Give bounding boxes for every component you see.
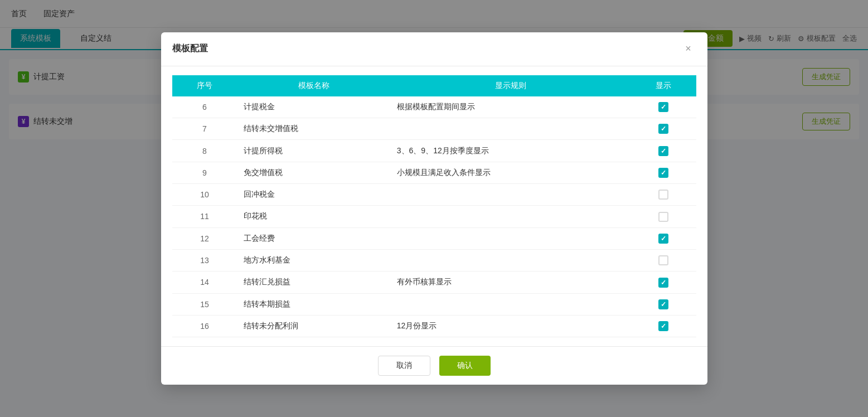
table-row: 16结转未分配利润12月份显示: [172, 315, 696, 337]
col-name: 模板名称: [237, 75, 390, 96]
cell-name: 免交增值税: [237, 162, 390, 183]
row-checkbox-7[interactable]: [658, 124, 668, 134]
close-modal-button[interactable]: ×: [681, 41, 696, 57]
col-seq: 序号: [172, 75, 237, 96]
row-checkbox-15[interactable]: [658, 299, 668, 309]
cell-checkbox: [631, 96, 696, 118]
cell-seq: 7: [172, 118, 237, 140]
cell-checkbox: [631, 162, 696, 183]
cell-rule: [390, 118, 631, 140]
col-display: 显示: [631, 75, 696, 96]
modal-title: 模板配置: [172, 43, 208, 55]
cell-rule: 12月份显示: [390, 315, 631, 337]
cell-rule: [390, 184, 631, 206]
cell-checkbox: [631, 206, 696, 227]
cell-rule: 根据模板配置期间显示: [390, 96, 631, 118]
table-header: 序号 模板名称 显示规则 显示: [172, 75, 696, 96]
table-row: 9免交增值税小规模且满足收入条件显示: [172, 162, 696, 183]
cell-seq: 15: [172, 293, 237, 315]
table-row: 13地方水利基金: [172, 249, 696, 271]
cell-name: 印花税: [237, 206, 390, 227]
cell-checkbox: [631, 227, 696, 249]
table-row: 7结转未交增值税: [172, 118, 696, 140]
confirm-button[interactable]: 确认: [439, 356, 491, 376]
row-checkbox-13[interactable]: [658, 255, 668, 265]
row-checkbox-11[interactable]: [658, 212, 668, 222]
cell-checkbox: [631, 293, 696, 315]
row-checkbox-12[interactable]: [658, 234, 668, 244]
cell-name: 计提税金: [237, 96, 390, 118]
template-config-modal: 模板配置 × 序号 模板名称 显示规则 显示 6计提税金根据模板配置期间显示7结…: [161, 32, 707, 385]
cell-checkbox: [631, 315, 696, 337]
cell-seq: 16: [172, 315, 237, 337]
cell-seq: 8: [172, 140, 237, 162]
cell-checkbox: [631, 118, 696, 140]
cell-name: 结转未交增值税: [237, 118, 390, 140]
table-row: 8计提所得税3、6、9、12月按季度显示: [172, 140, 696, 162]
cell-rule: [390, 293, 631, 315]
cell-name: 地方水利基金: [237, 249, 390, 271]
cell-rule: 3、6、9、12月按季度显示: [390, 140, 631, 162]
row-checkbox-16[interactable]: [658, 321, 668, 331]
cell-rule: 小规模且满足收入条件显示: [390, 162, 631, 183]
table-body: 6计提税金根据模板配置期间显示7结转未交增值税8计提所得税3、6、9、12月按季…: [172, 96, 696, 337]
row-checkbox-10[interactable]: [658, 190, 668, 200]
row-checkbox-9[interactable]: [658, 168, 668, 178]
table-row: 14结转汇兑损益有外币核算显示: [172, 271, 696, 293]
row-checkbox-8[interactable]: [658, 146, 668, 156]
table-row: 6计提税金根据模板配置期间显示: [172, 96, 696, 118]
cell-name: 结转汇兑损益: [237, 271, 390, 293]
cell-rule: [390, 206, 631, 227]
cell-rule: [390, 249, 631, 271]
cell-rule: [390, 227, 631, 249]
cell-name: 结转本期损益: [237, 293, 390, 315]
table-row: 11印花税: [172, 206, 696, 227]
cell-name: 计提所得税: [237, 140, 390, 162]
modal-footer: 取消 确认: [161, 346, 707, 385]
modal-body: 序号 模板名称 显示规则 显示 6计提税金根据模板配置期间显示7结转未交增值税8…: [161, 66, 707, 346]
cell-checkbox: [631, 184, 696, 206]
cell-name: 工会经费: [237, 227, 390, 249]
cell-rule: 有外币核算显示: [390, 271, 631, 293]
row-checkbox-6[interactable]: [658, 102, 668, 112]
modal-header: 模板配置 ×: [161, 32, 707, 66]
cell-seq: 11: [172, 206, 237, 227]
cell-checkbox: [631, 249, 696, 271]
config-table: 序号 模板名称 显示规则 显示 6计提税金根据模板配置期间显示7结转未交增值税8…: [172, 75, 696, 337]
table-row: 15结转本期损益: [172, 293, 696, 315]
cell-checkbox: [631, 140, 696, 162]
cell-checkbox: [631, 271, 696, 293]
cell-name: 回冲税金: [237, 184, 390, 206]
cell-seq: 14: [172, 271, 237, 293]
cell-seq: 12: [172, 227, 237, 249]
table-row: 10回冲税金: [172, 184, 696, 206]
cancel-button[interactable]: 取消: [378, 356, 430, 376]
modal-overlay: 模板配置 × 序号 模板名称 显示规则 显示 6计提税金根据模板配置期间显示7结…: [0, 0, 868, 417]
cell-seq: 13: [172, 249, 237, 271]
cell-seq: 9: [172, 162, 237, 183]
table-row: 12工会经费: [172, 227, 696, 249]
cell-name: 结转未分配利润: [237, 315, 390, 337]
col-rule: 显示规则: [390, 75, 631, 96]
cell-seq: 6: [172, 96, 237, 118]
row-checkbox-14[interactable]: [658, 278, 668, 288]
cell-seq: 10: [172, 184, 237, 206]
